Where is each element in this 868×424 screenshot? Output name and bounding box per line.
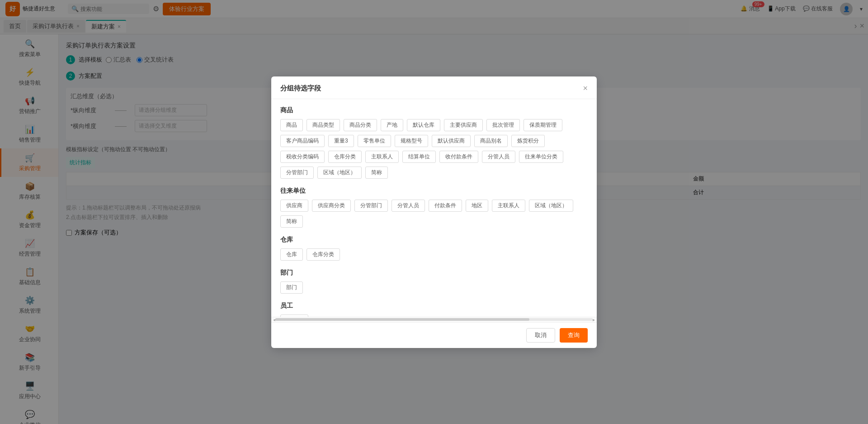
field-group-warehouse: 仓库 仓库 仓库分类 bbox=[280, 236, 588, 261]
field-tag-shelf-life[interactable]: 保质期管理 bbox=[524, 119, 562, 131]
modal-close-button[interactable]: × bbox=[583, 84, 588, 93]
field-tag-spec-model[interactable]: 规格型号 bbox=[395, 135, 428, 147]
field-tag-retail-unit[interactable]: 零售单位 bbox=[358, 135, 391, 147]
field-group-warehouse-title: 仓库 bbox=[280, 236, 588, 244]
field-tag-product[interactable]: 商品 bbox=[280, 119, 303, 131]
modal-horizontal-scrollbar[interactable]: ◂ ▸ bbox=[271, 317, 597, 322]
field-tag-warehouse-cat[interactable]: 仓库分类 bbox=[307, 248, 340, 261]
field-tag-supplier[interactable]: 供应商 bbox=[280, 200, 308, 212]
hscroll-track bbox=[275, 318, 593, 321]
field-tag-partner-dept[interactable]: 分管部门 bbox=[354, 200, 388, 212]
modal-header: 分组待选字段 × bbox=[271, 76, 597, 99]
field-tag-weight[interactable]: 重量3 bbox=[328, 135, 354, 147]
field-tag-payment-terms[interactable]: 收付款条件 bbox=[439, 151, 478, 163]
field-tag-tax-code[interactable]: 税收分类编码 bbox=[280, 151, 325, 163]
field-tag-manager[interactable]: 分管人员 bbox=[482, 151, 515, 163]
modal-title: 分组待选字段 bbox=[280, 84, 321, 93]
hscroll-thumb bbox=[275, 318, 529, 321]
field-tag-region-partner[interactable]: 区域（地区） bbox=[529, 200, 573, 212]
field-tag-main-supplier[interactable]: 主要供应商 bbox=[444, 119, 483, 131]
field-tag-area[interactable]: 地区 bbox=[466, 200, 488, 212]
field-tag-region-product[interactable]: 区域（地区） bbox=[317, 167, 362, 179]
field-tags-warehouse: 仓库 仓库分类 bbox=[280, 248, 588, 261]
field-tag-partner-category[interactable]: 往来单位分类 bbox=[519, 151, 563, 163]
field-group-staff: 员工 业务员 bbox=[280, 302, 588, 317]
field-tags-product: 商品 商品类型 商品分类 产地 默认仓库 主要供应商 批次管理 保质期管理 客户… bbox=[280, 119, 588, 179]
modal-footer: 取消 查询 bbox=[271, 322, 597, 348]
field-group-partner-title: 往来单位 bbox=[280, 187, 588, 195]
field-group-dept-title: 部门 bbox=[280, 269, 588, 277]
field-group-partner: 往来单位 供应商 供应商分类 分管部门 分管人员 付款条件 地区 主联系人 区域… bbox=[280, 187, 588, 228]
field-tag-batch-mgmt[interactable]: 批次管理 bbox=[486, 119, 520, 131]
field-tag-abbr-product[interactable]: 简称 bbox=[365, 167, 388, 179]
field-tag-dept[interactable]: 部门 bbox=[280, 281, 303, 294]
field-tag-product-category[interactable]: 商品分类 bbox=[344, 119, 377, 131]
field-tag-settlement-unit[interactable]: 结算单位 bbox=[402, 151, 436, 163]
field-tag-customer-code[interactable]: 客户商品编码 bbox=[280, 135, 325, 147]
field-tag-main-contact[interactable]: 主联系人 bbox=[365, 151, 399, 163]
field-group-staff-title: 员工 bbox=[280, 302, 588, 310]
field-select-modal: 分组待选字段 × 商品 商品 商品类型 商品分类 产地 默认仓库 主要供应商 批… bbox=[271, 76, 597, 348]
field-group-product: 商品 商品 商品类型 商品分类 产地 默认仓库 主要供应商 批次管理 保质期管理… bbox=[280, 106, 588, 179]
field-tag-product-type[interactable]: 商品类型 bbox=[307, 119, 340, 131]
hscroll-right-arrow[interactable]: ▸ bbox=[593, 317, 595, 322]
field-tag-origin[interactable]: 产地 bbox=[381, 119, 403, 131]
field-tag-warehouse-category[interactable]: 仓库分类 bbox=[328, 151, 362, 163]
field-tag-default-warehouse[interactable]: 默认仓库 bbox=[407, 119, 440, 131]
field-tags-dept: 部门 bbox=[280, 281, 588, 294]
field-tag-abbr-partner[interactable]: 简称 bbox=[280, 215, 303, 228]
field-tag-warehouse[interactable]: 仓库 bbox=[280, 248, 303, 261]
field-tags-partner: 供应商 供应商分类 分管部门 分管人员 付款条件 地区 主联系人 区域（地区） … bbox=[280, 200, 588, 228]
modal-body: 商品 商品 商品类型 商品分类 产地 默认仓库 主要供应商 批次管理 保质期管理… bbox=[271, 99, 597, 317]
field-group-product-title: 商品 bbox=[280, 106, 588, 114]
field-tag-manage-dept[interactable]: 分管部门 bbox=[280, 167, 314, 179]
field-tag-default-supplier[interactable]: 默认供应商 bbox=[432, 135, 471, 147]
field-group-dept: 部门 部门 bbox=[280, 269, 588, 294]
field-tag-practice-points[interactable]: 炼货积分 bbox=[511, 135, 545, 147]
field-tag-partner-manager[interactable]: 分管人员 bbox=[392, 200, 425, 212]
field-tag-payment-condition[interactable]: 付款条件 bbox=[429, 200, 462, 212]
field-tag-product-alias[interactable]: 商品别名 bbox=[474, 135, 508, 147]
cancel-button[interactable]: 取消 bbox=[526, 328, 555, 343]
field-tag-supplier-category[interactable]: 供应商分类 bbox=[312, 200, 351, 212]
modal-overlay: 分组待选字段 × 商品 商品 商品类型 商品分类 产地 默认仓库 主要供应商 批… bbox=[0, 0, 868, 424]
field-tag-partner-contact[interactable]: 主联系人 bbox=[492, 200, 525, 212]
confirm-button[interactable]: 查询 bbox=[560, 328, 588, 343]
